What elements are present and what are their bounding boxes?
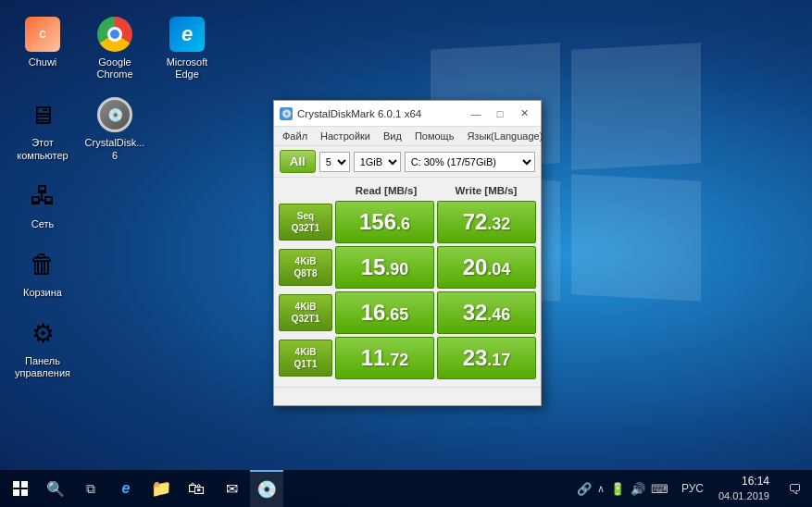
computer-label: Этот компьютер xyxy=(15,137,70,161)
chuwi-label: Chuwi xyxy=(29,56,57,68)
mail-icon: ✉ xyxy=(226,480,238,498)
svg-rect-1 xyxy=(13,481,19,488)
cdm-toolbar: All 5 1GiB C: 30% (17/57GiB) xyxy=(274,146,541,178)
cdm-column-headers: Read [MB/s] Write [MB/s] xyxy=(336,182,536,199)
search-icon: 🔍 xyxy=(46,480,65,498)
cdm-4kq32t1-write: 32.46 xyxy=(437,291,536,334)
battery-icon[interactable]: 🔋 xyxy=(610,482,625,496)
network-label: Сеть xyxy=(31,218,54,230)
cdm-4kq1t1-write: 23.17 xyxy=(437,337,536,379)
cdm-footer xyxy=(274,387,541,405)
chuwi-icon: C xyxy=(23,15,62,54)
taskbar-crystaldisk-button[interactable]: 💿 xyxy=(250,470,283,507)
desktop-icon-crystaldisk[interactable]: 💿 CrystalDisk... 6 xyxy=(83,92,146,165)
cdm-title-area: 💿 CrystalDiskMark 6.0.1 x64 xyxy=(280,107,421,120)
crystaldiskmark-window: 💿 CrystalDiskMark 6.0.1 x64 — □ ✕ Файл Н… xyxy=(273,100,542,406)
cdm-row-label-4kq32t1: 4KiB Q32T1 xyxy=(279,294,332,331)
cdm-row-4k-q1t1: 4KiB Q1T1 11.72 23.17 xyxy=(279,337,536,379)
language-indicator[interactable]: РУС xyxy=(678,482,707,495)
crystaldisk-label: CrystalDisk... 6 xyxy=(85,137,145,161)
cdm-seq-write: 72.32 xyxy=(437,201,536,243)
cdm-menu-view[interactable]: Вид xyxy=(381,129,405,143)
network-status-icon[interactable]: 🔗 xyxy=(577,482,592,496)
chevron-up-icon[interactable]: ∧ xyxy=(597,483,605,495)
desktop: C Chuwi Google Chrome e Microsoft Edge xyxy=(0,0,812,507)
cdm-row-label-seq: Seq Q32T1 xyxy=(279,204,332,241)
system-tray: 🔗 ∧ 🔋 🔊 ⌨ xyxy=(571,482,674,496)
cdm-drive-select[interactable]: C: 30% (17/57GiB) xyxy=(405,152,535,172)
desktop-icon-panel[interactable]: ⚙ Панель управления xyxy=(11,310,74,383)
cdm-4kq8t8-read: 15.90 xyxy=(335,246,434,289)
keyboard-icon[interactable]: ⌨ xyxy=(651,482,668,496)
cdm-app-icon: 💿 xyxy=(280,107,293,120)
computer-icon: 🖥 xyxy=(23,95,62,134)
desktop-icon-recycle[interactable]: 🗑 Корзина xyxy=(11,241,74,303)
cdm-menubar: Файл Настройки Вид Помощь Язык(Language) xyxy=(274,127,541,146)
cdm-write-header: Write [MB/s] xyxy=(436,182,536,199)
chrome-label: Google Chrome xyxy=(87,56,143,80)
store-icon: 🛍 xyxy=(188,479,205,499)
cdm-title: CrystalDiskMark 6.0.1 x64 xyxy=(297,108,421,119)
panel-icon: ⚙ xyxy=(23,314,62,352)
taskview-icon: ⧉ xyxy=(86,481,95,497)
volume-icon[interactable]: 🔊 xyxy=(631,482,645,496)
cdm-4kq1t1-read: 11.72 xyxy=(335,337,434,379)
taskbar-crystaldisk-icon: 💿 xyxy=(256,479,277,500)
notification-icon: 🗨 xyxy=(788,481,802,497)
cdm-read-header: Read [MB/s] xyxy=(336,182,436,199)
svg-rect-2 xyxy=(21,481,28,488)
cdm-menu-help[interactable]: Помощь xyxy=(412,129,457,143)
taskbar-edge-button[interactable]: e xyxy=(109,470,143,507)
desktop-icon-chrome[interactable]: Google Chrome xyxy=(83,11,146,84)
cdm-row-4k-q8t8: 4KiB Q8T8 15.90 20.04 xyxy=(279,246,536,289)
cdm-size-select[interactable]: 1GiB xyxy=(354,152,401,172)
desktop-icon-area: C Chuwi Google Chrome e Microsoft Edge xyxy=(11,11,219,384)
desktop-icon-edge[interactable]: e Microsoft Edge xyxy=(156,11,219,84)
cdm-menu-settings[interactable]: Настройки xyxy=(318,129,373,143)
cdm-close-button[interactable]: ✕ xyxy=(513,105,535,122)
clock-date: 04.01.2019 xyxy=(718,489,769,502)
cdm-row-4k-q32t1: 4KiB Q32T1 16.65 32.46 xyxy=(279,291,536,334)
clock-time: 16:14 xyxy=(718,475,769,489)
taskbar-mail-button[interactable]: ✉ xyxy=(215,470,248,507)
chrome-icon xyxy=(95,15,134,54)
cdm-row-label-4kq1t1: 4KiB Q1T1 xyxy=(279,340,332,377)
desktop-icon-network[interactable]: 🖧 Сеть xyxy=(11,173,74,234)
folder-icon: 📁 xyxy=(151,478,171,499)
crystaldisk-icon: 💿 xyxy=(95,95,134,134)
svg-rect-4 xyxy=(21,489,28,496)
cdm-window-controls: — □ ✕ xyxy=(465,105,535,122)
taskbar-left: 🔍 ⧉ e 📁 🛍 ✉ 💿 xyxy=(4,470,283,507)
desktop-icon-chuwi[interactable]: C Chuwi xyxy=(11,11,74,84)
notification-button[interactable]: 🗨 xyxy=(781,470,808,507)
cdm-body: Read [MB/s] Write [MB/s] Seq Q32T1 156.6… xyxy=(274,178,541,387)
recycle-label: Корзина xyxy=(23,287,62,299)
edge-label: Microsoft Edge xyxy=(159,56,215,80)
taskbar-search-button[interactable]: 🔍 xyxy=(39,470,72,507)
cdm-count-select[interactable]: 5 xyxy=(319,152,350,172)
taskbar-edge-icon: e xyxy=(122,480,131,497)
cdm-menu-file[interactable]: Файл xyxy=(280,129,310,143)
panel-label: Панель управления xyxy=(15,355,70,379)
taskbar-store-button[interactable]: 🛍 xyxy=(180,470,213,507)
cdm-4kq8t8-write: 20.04 xyxy=(437,246,536,289)
cdm-maximize-button[interactable]: □ xyxy=(489,105,511,122)
cdm-seq-read: 156.6 xyxy=(335,201,434,243)
cdm-titlebar: 💿 CrystalDiskMark 6.0.1 x64 — □ ✕ xyxy=(274,101,541,127)
start-button[interactable] xyxy=(4,470,37,507)
taskbar: 🔍 ⧉ e 📁 🛍 ✉ 💿 xyxy=(0,470,812,507)
taskbar-clock[interactable]: 16:14 04.01.2019 xyxy=(711,475,777,502)
desktop-icon-computer[interactable]: 🖥 Этот компьютер xyxy=(11,92,74,165)
cdm-all-button[interactable]: All xyxy=(280,150,316,173)
edge-icon: e xyxy=(168,15,206,54)
cdm-4kq32t1-read: 16.65 xyxy=(335,291,434,334)
windows-icon xyxy=(13,481,28,496)
cdm-row-seq: Seq Q32T1 156.6 72.32 xyxy=(279,201,536,243)
cdm-minimize-button[interactable]: — xyxy=(465,105,487,122)
taskbar-folder-button[interactable]: 📁 xyxy=(144,470,178,507)
svg-rect-3 xyxy=(13,489,19,496)
taskbar-right: 🔗 ∧ 🔋 🔊 ⌨ РУС 16:14 04.01.2019 🗨 xyxy=(571,470,808,507)
taskbar-taskview-button[interactable]: ⧉ xyxy=(74,470,107,507)
network-icon: 🖧 xyxy=(23,177,62,216)
cdm-menu-language[interactable]: Язык(Language) xyxy=(464,129,545,143)
